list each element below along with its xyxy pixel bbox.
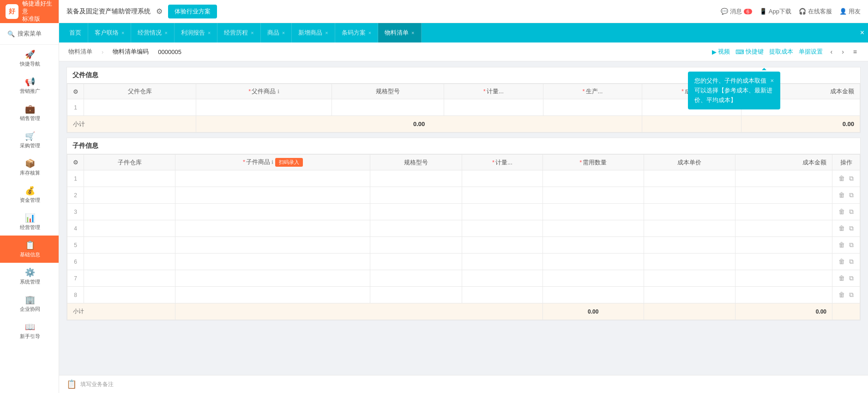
child-row-5-amount[interactable] <box>735 237 832 254</box>
close-all-tabs-button[interactable]: × <box>860 29 864 37</box>
child-row-8-quantity[interactable] <box>542 287 644 303</box>
child-row-2-copy-button[interactable]: ⧉ <box>848 191 855 199</box>
child-row-1-unit-cost[interactable] <box>644 170 735 187</box>
tab-new-product[interactable]: 新增商品 × <box>292 23 335 42</box>
user-button[interactable]: 👤 用友 <box>839 7 861 16</box>
message-button[interactable]: 💬 消息 6 <box>721 7 752 16</box>
child-row-4-spec[interactable] <box>370 220 462 237</box>
child-row-7-spec[interactable] <box>370 270 462 287</box>
tab-products-close[interactable]: × <box>282 30 285 36</box>
child-row-2-measure[interactable] <box>462 187 542 204</box>
child-row-7-copy-button[interactable]: ⧉ <box>848 274 855 282</box>
child-row-4-unit-cost[interactable] <box>644 220 735 237</box>
child-row-6-copy-button[interactable]: ⧉ <box>848 258 855 266</box>
child-row-8-copy-button[interactable]: ⧉ <box>848 291 855 299</box>
child-th-settings[interactable]: ⚙ <box>67 155 84 170</box>
child-row-5-delete-button[interactable]: 🗑 <box>837 241 846 248</box>
sidebar-item-guide[interactable]: 📖 新手引导 <box>0 317 59 345</box>
sidebar-item-quick-nav[interactable]: 🚀 快捷导航 <box>0 45 59 72</box>
page-next-button[interactable]: › <box>840 47 846 56</box>
child-row-7-unit-cost[interactable] <box>644 270 735 287</box>
child-row-1-delete-button[interactable]: 🗑 <box>837 175 846 182</box>
tab-profit-report[interactable]: 利润报告 × <box>175 23 217 42</box>
parent-row-1-production[interactable] <box>543 99 642 116</box>
child-row-4-measure[interactable] <box>462 220 542 237</box>
tab-barcode[interactable]: 条码方案 × <box>335 23 378 42</box>
child-row-2-unit-cost[interactable] <box>644 187 735 204</box>
child-row-3-delete-button[interactable]: 🗑 <box>837 208 846 215</box>
tab-home[interactable]: 首页 <box>63 23 88 42</box>
sidebar-item-basic-info[interactable]: 📋 基础信息 <box>0 236 59 263</box>
tab-operations-status-close[interactable]: × <box>164 30 167 36</box>
tab-operations-status[interactable]: 经营情况 × <box>131 23 174 42</box>
child-row-4-amount[interactable] <box>735 220 832 237</box>
child-row-3-measure[interactable] <box>462 204 542 220</box>
child-row-4-warehouse[interactable] <box>84 220 175 237</box>
child-row-7-product[interactable] <box>175 270 370 287</box>
child-row-5-unit-cost[interactable] <box>644 237 735 254</box>
child-row-6-delete-button[interactable]: 🗑 <box>837 258 846 265</box>
child-row-8-product[interactable] <box>175 287 370 303</box>
tab-customer-close[interactable]: × <box>121 30 124 36</box>
child-row-2-delete-button[interactable]: 🗑 <box>837 191 846 199</box>
child-row-8-warehouse[interactable] <box>84 287 175 303</box>
child-row-7-measure[interactable] <box>462 270 542 287</box>
child-row-5-spec[interactable] <box>370 237 462 254</box>
tab-new-product-close[interactable]: × <box>325 30 328 36</box>
child-row-1-warehouse[interactable] <box>84 170 175 187</box>
page-prev-button[interactable]: ‹ <box>828 47 834 56</box>
child-row-1-amount[interactable] <box>735 170 832 187</box>
parent-th-settings[interactable]: ⚙ <box>67 84 84 99</box>
child-row-3-amount[interactable] <box>735 204 832 220</box>
parent-row-1-spec[interactable] <box>332 99 444 116</box>
parent-row-1-warehouse[interactable] <box>84 99 196 116</box>
child-row-6-amount[interactable] <box>735 254 832 270</box>
tab-barcode-close[interactable]: × <box>368 30 371 36</box>
tab-profit-report-close[interactable]: × <box>208 30 211 36</box>
app-download-button[interactable]: 📱 App下载 <box>760 7 791 16</box>
child-row-5-warehouse[interactable] <box>84 237 175 254</box>
child-row-6-measure[interactable] <box>462 254 542 270</box>
child-row-5-quantity[interactable] <box>542 237 644 254</box>
trial-button[interactable]: 体验行业方案 <box>168 5 217 18</box>
child-row-4-delete-button[interactable]: 🗑 <box>837 224 846 232</box>
child-row-8-spec[interactable] <box>370 287 462 303</box>
child-row-8-delete-button[interactable]: 🗑 <box>837 291 846 298</box>
child-row-2-quantity[interactable] <box>542 187 644 204</box>
child-row-8-measure[interactable] <box>462 287 542 303</box>
child-row-1-copy-button[interactable]: ⧉ <box>848 175 855 182</box>
scan-input-button[interactable]: 扫码录入 <box>275 158 303 167</box>
child-row-1-measure[interactable] <box>462 170 542 187</box>
child-row-2-warehouse[interactable] <box>84 187 175 204</box>
sidebar-item-inventory[interactable]: 📦 库存核算 <box>0 154 59 181</box>
tooltip-close-button[interactable]: × <box>770 76 774 86</box>
child-row-7-warehouse[interactable] <box>84 270 175 287</box>
child-row-7-amount[interactable] <box>735 270 832 287</box>
action-shortcut[interactable]: ⌨ 快捷键 <box>735 48 764 56</box>
sidebar-item-sales[interactable]: 💼 销售管理 <box>0 99 59 127</box>
breadcrumb-parent[interactable]: 物料清单 <box>68 48 92 56</box>
child-row-8-unit-cost[interactable] <box>644 287 735 303</box>
tab-customer[interactable]: 客户联络 × <box>88 23 131 42</box>
tab-products[interactable]: 商品 × <box>261 23 292 42</box>
sidebar-item-operations[interactable]: 📊 经营管理 <box>0 208 59 236</box>
sidebar-item-system[interactable]: ⚙️ 系统管理 <box>0 263 59 290</box>
child-row-6-quantity[interactable] <box>542 254 644 270</box>
child-row-3-spec[interactable] <box>370 204 462 220</box>
child-row-1-quantity[interactable] <box>542 170 644 187</box>
child-row-2-amount[interactable] <box>735 187 832 204</box>
child-row-5-measure[interactable] <box>462 237 542 254</box>
online-service-button[interactable]: 🎧 在线客服 <box>799 7 832 16</box>
page-list-button[interactable]: ≡ <box>851 47 859 56</box>
child-row-2-spec[interactable] <box>370 187 462 204</box>
child-row-6-unit-cost[interactable] <box>644 254 735 270</box>
child-row-3-product[interactable] <box>175 204 370 220</box>
child-row-7-delete-button[interactable]: 🗑 <box>837 274 846 282</box>
action-cost[interactable]: 提取成本 <box>769 48 793 56</box>
child-row-8-amount[interactable] <box>735 287 832 303</box>
child-row-4-copy-button[interactable]: ⧉ <box>848 224 855 232</box>
tab-bom-list-close[interactable]: × <box>411 30 414 36</box>
child-row-1-spec[interactable] <box>370 170 462 187</box>
tab-operations-history[interactable]: 经营历程 × <box>217 23 260 42</box>
child-row-2-product[interactable] <box>175 187 370 204</box>
